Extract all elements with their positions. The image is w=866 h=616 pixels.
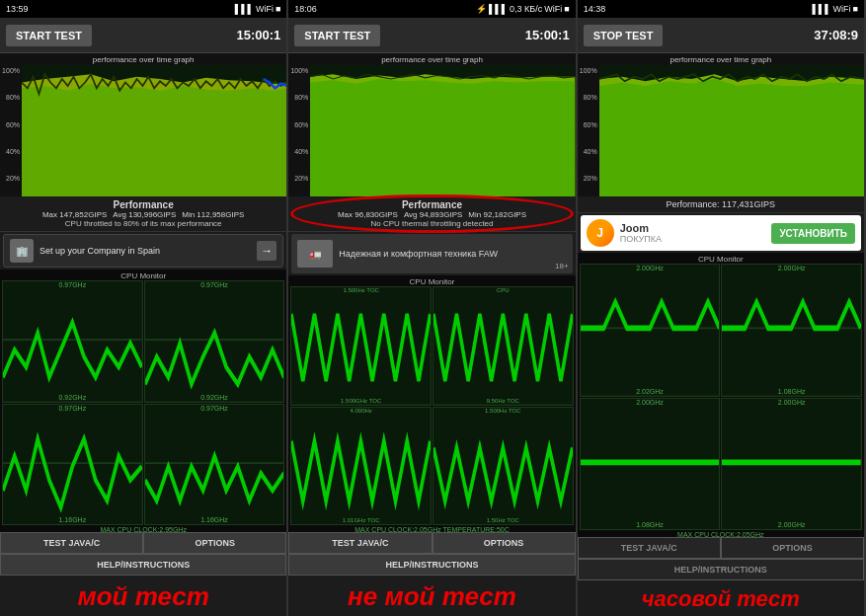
- bottom-label-3: часовой тест: [578, 580, 864, 616]
- joom-install-button-3[interactable]: УСТАНОВИТЬ: [771, 223, 855, 244]
- speed-2: 0,3 КБ/с: [510, 4, 542, 14]
- options-button-2[interactable]: OPTIONS: [433, 532, 576, 554]
- graph-canvas-3: 100% 80% 60% 40% 20% time(interval 5min): [578, 65, 864, 184]
- cpu-monitor-1: CPU Monitor 0.97GHz 0.92GHz 0.97GHz 0.92: [0, 270, 286, 532]
- ad-arrow-button-1[interactable]: →: [257, 241, 276, 261]
- cpu-monitor-label-3: CPU Monitor: [580, 255, 862, 264]
- svg-rect-7: [3, 281, 142, 402]
- bottom-buttons-1: TEST JAVA/C OPTIONS HELP/INSTRUCTIONS: [0, 532, 286, 576]
- cpu-monitor-2: CPU Monitor 1.500Hz TOC 1.500GHz TOC CPU…: [288, 275, 575, 532]
- perf-note-1: CPU throttled to 80% of its max performa…: [5, 219, 281, 228]
- perf-stats-3: Performance: 117,431GIPS: [578, 196, 864, 213]
- status-bar-1: 13:59 ▌▌▌ WiFi ■: [0, 0, 286, 18]
- help-button-1[interactable]: HELP/INSTRUCTIONS: [0, 554, 286, 576]
- btn-row-2: TEST JAVA/C OPTIONS: [288, 532, 575, 554]
- battery-icon-2: ■: [564, 4, 569, 14]
- perf-stats-1: Performance Max 147,852GIPS Avg 130,996G…: [0, 196, 286, 232]
- battery-icon-3: ■: [853, 4, 858, 14]
- options-button-1[interactable]: OPTIONS: [143, 532, 286, 554]
- help-button-2[interactable]: HELP/INSTRUCTIONS: [288, 554, 575, 576]
- perf-title-2: Performance: [293, 199, 570, 210]
- y-axis-2: 100% 80% 60% 40% 20%: [288, 65, 310, 184]
- status-bar-2: 18:06 ⚡ ▌▌▌ 0,3 КБ/с WiFi ■: [288, 0, 575, 18]
- age-label-2: 18+: [555, 262, 569, 270]
- graph-section-3: performance over time graph 100% 80% 60%…: [578, 53, 864, 196]
- options-button-3[interactable]: OPTIONS: [721, 537, 864, 559]
- bottom-buttons-3: TEST JAVA/C OPTIONS HELP/INSTRUCTIONS: [578, 537, 864, 580]
- cpu-core-1-3: 0.97GHz 1.16GHz: [2, 404, 143, 526]
- start-button-1[interactable]: START TEST: [6, 25, 92, 46]
- svg-rect-13: [145, 405, 284, 525]
- svg-rect-22: [291, 287, 431, 405]
- battery-icon-1: ■: [276, 4, 280, 14]
- perf-graph-svg-2: [310, 65, 575, 196]
- bottom-label-1: мой тест: [0, 576, 286, 616]
- cpu-grid-1: 0.97GHz 0.92GHz 0.97GHz 0.92GHz 0.97GH: [2, 280, 284, 525]
- timer-3: 37:08:9: [814, 28, 858, 42]
- cpu-monitor-label-1: CPU Monitor: [2, 271, 284, 280]
- perf-single-3: Performance: 117,431GIPS: [583, 199, 859, 209]
- joom-logo-3: J: [587, 219, 614, 247]
- bottom-label-2: не мой тест: [288, 576, 575, 616]
- charging-icon-2: ⚡: [476, 4, 487, 14]
- help-button-3[interactable]: HELP/INSTRUCTIONS: [578, 559, 864, 580]
- status-icons-1: ▌▌▌ WiFi ■: [235, 4, 281, 14]
- phone-panel-2: 18:06 ⚡ ▌▌▌ 0,3 КБ/с WiFi ■ START TEST 1…: [288, 0, 577, 616]
- cpu-core-1-4: 0.97GHz 1.16GHz: [144, 404, 285, 526]
- top-bar-2: START TEST 15:00:1: [288, 18, 575, 53]
- joom-banner-3[interactable]: J Joom ПОКУПКА УСТАНОВИТЬ: [581, 215, 861, 251]
- svg-rect-24: [291, 408, 431, 525]
- wifi-icon-1: WiFi: [256, 4, 274, 14]
- svg-marker-32: [599, 79, 864, 196]
- max-cpu-label-1: MAX CPU CLOCK:2.95GHz: [2, 525, 284, 532]
- ad-banner-1[interactable]: 🏢 Set up your Company in Spain →: [3, 234, 283, 268]
- y-axis-1: 100% 80% 60% 40% 20%: [0, 65, 22, 184]
- cpu-core-3-2: 2.00GHz 1.08GHz: [721, 264, 862, 397]
- cpu-monitor-label-2: CPU Monitor: [290, 277, 573, 286]
- signal-icon-2: ▌▌▌: [489, 4, 508, 14]
- perf-stats-2: Performance Max 96,830GIPS Avg 94,893GIP…: [288, 196, 575, 232]
- start-button-2[interactable]: START TEST: [294, 25, 380, 46]
- graph-label-2: performance over time graph: [288, 53, 575, 64]
- cpu-grid-3: 2.00GHz 2.02GHz 2.00GHz 1.08GHz 2.00GH: [580, 264, 862, 530]
- ad-icon-1: 🏢: [10, 239, 34, 263]
- ad-truck-icon: 🚛: [297, 240, 333, 268]
- status-time-2: 18:06: [294, 4, 317, 14]
- max-cpu-label-2: MAX CPU CLOCK:2.05GHz TEMPERATURE:50C: [290, 525, 573, 532]
- status-time-1: 13:59: [6, 4, 29, 14]
- phone-panel-1: 13:59 ▌▌▌ WiFi ■ START TEST 15:00:1 perf…: [0, 0, 288, 616]
- perf-min-2: Min 92,182GIPS: [468, 210, 526, 219]
- cpu-core-3-4: 2.00GHz 2.00GHz: [721, 398, 862, 531]
- ad-img-banner-2[interactable]: 🚛 Надежная и комфортная техника FAW 18+: [291, 234, 572, 273]
- status-icons-3: ▌▌▌ WiFi ■: [812, 4, 858, 14]
- ad-img-text-2: Надежная и комфортная техника FAW: [339, 249, 498, 259]
- cpu-core-1-1: 0.97GHz 0.92GHz: [2, 280, 143, 403]
- ad-text-1: Set up your Company in Spain: [39, 246, 251, 256]
- graph-label-3: performance over time graph: [578, 53, 864, 64]
- phone-panel-3: 14:38 ▌▌▌ WiFi ■ STOP TEST 37:08:9 perfo…: [578, 0, 866, 616]
- test-java-button-1[interactable]: TEST JAVA/C: [0, 532, 143, 554]
- status-bar-3: 14:38 ▌▌▌ WiFi ■: [578, 0, 864, 18]
- test-java-button-2[interactable]: TEST JAVA/C: [288, 532, 432, 554]
- perf-numbers-2: Max 96,830GIPS Avg 94,893GIPS Min 92,182…: [293, 210, 570, 219]
- timer-2: 15:00:1: [525, 28, 570, 42]
- perf-graph-svg-3: [599, 65, 864, 196]
- signal-icon-1: ▌▌▌: [235, 4, 254, 14]
- top-bar-1: START TEST 15:00:1: [0, 18, 286, 53]
- graph-section-2: performance over time graph 100% 80% 60%…: [288, 53, 575, 196]
- perf-min-1: Min 112,958GIPS: [182, 210, 244, 219]
- svg-marker-6: [22, 84, 286, 196]
- top-bar-3: STOP TEST 37:08:9: [578, 18, 864, 53]
- test-java-button-3[interactable]: TEST JAVA/C: [578, 537, 721, 559]
- cpu-monitor-3: CPU Monitor 2.00GHz 2.02GHz 2.00GHz 1.08: [578, 253, 864, 537]
- svg-rect-9: [145, 281, 284, 402]
- status-time-3: 14:38: [584, 4, 606, 14]
- cpu-core-2-1: 1.500Hz TOC 1.500GHz TOC: [290, 286, 432, 406]
- svg-rect-23: [433, 287, 573, 405]
- cpu-core-1-2: 0.97GHz 0.92GHz: [144, 280, 285, 403]
- signal-icon-3: ▌▌▌: [812, 4, 830, 14]
- cpu-core-2-2: CPU 9.50Hz TOC: [433, 286, 574, 406]
- stop-button-3[interactable]: STOP TEST: [584, 25, 664, 46]
- perf-title-1: Performance: [5, 199, 281, 210]
- bottom-buttons-2: TEST JAVA/C OPTIONS HELP/INSTRUCTIONS: [288, 532, 575, 576]
